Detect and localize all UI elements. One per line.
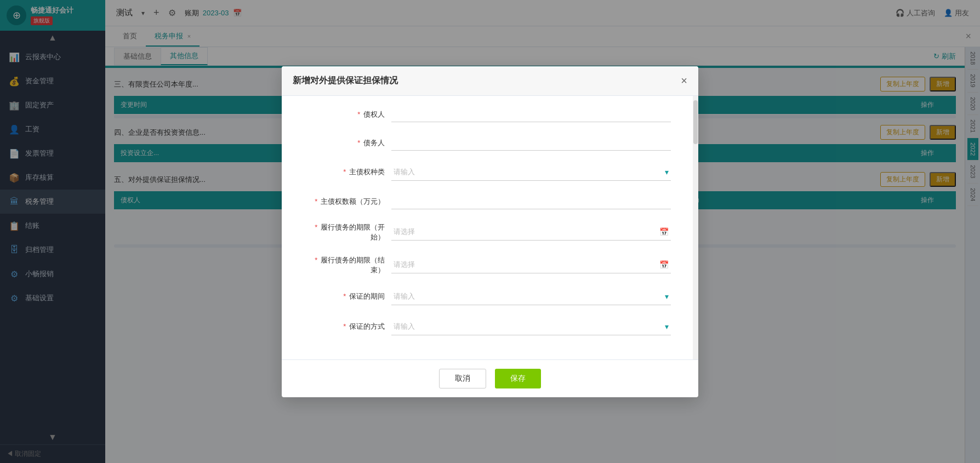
date-placeholder-start: 请选择 [394, 227, 415, 237]
modal-scrollbar-thumb [693, 100, 698, 144]
form-label-zhaiwuren: * 债务人 [304, 138, 391, 148]
form-row-zhaiwuren: * 债务人 [304, 135, 671, 151]
date-placeholder-end: 请选择 [394, 260, 415, 270]
form-row-lvxing-start: * 履行债务的期限（开始） 请选择 📅 [304, 222, 671, 242]
modal-body: * 债权人 * 债务人 * 主债权种 [282, 96, 693, 359]
modal-header: 新增对外提供保证担保情况 × [282, 66, 698, 96]
select-placeholder-period: 请输入 [394, 291, 665, 301]
form-label-zhuzhaiquan-amount: * 主债权数额（万元） [304, 197, 391, 207]
chevron-down-icon-method: ▾ [665, 322, 669, 331]
form-label-zhuzhaiquan-type: * 主债权种类 [304, 167, 391, 177]
modal-close-button[interactable]: × [681, 75, 687, 86]
required-mark: * [357, 110, 360, 118]
form-row-lvxing-end: * 履行债务的期限（结束） 请选择 📅 [304, 255, 671, 275]
input-zhaiwuren[interactable] [391, 135, 671, 151]
form-row-zhuzhaiquan-amount: * 主债权数额（万元） [304, 194, 671, 209]
select-baozheng-method[interactable]: 请输入 ▾ [391, 318, 671, 335]
date-lvxing-end[interactable]: 请选择 📅 [391, 256, 671, 273]
modal-body-container: * 债权人 * 债务人 * 主债权种 [282, 96, 698, 359]
required-mark: * [343, 168, 346, 176]
form-row-baozheng-method: * 保证的方式 请输入 ▾ [304, 318, 671, 335]
modal-title: 新增对外提供保证担保情况 [293, 75, 398, 87]
modal-overlay: 新增对外提供保证担保情况 × * 债权人 * 债务人 [0, 0, 980, 463]
input-zhuzhaiquan-amount[interactable] [391, 194, 671, 209]
required-mark: * [315, 256, 317, 264]
form-label-baozheng-method: * 保证的方式 [304, 322, 391, 331]
form-label-lvxing-end: * 履行债务的期限（结束） [304, 255, 391, 275]
required-mark: * [315, 223, 317, 231]
chevron-down-icon-period: ▾ [665, 292, 669, 301]
select-zhuzhaiquan-type[interactable]: 请输入 ▾ [391, 164, 671, 181]
required-mark: * [343, 322, 346, 330]
calendar-icon-end: 📅 [659, 260, 669, 269]
form-row-zhuzhaiquan-type: * 主债权种类 请输入 ▾ [304, 164, 671, 181]
form-label-lvxing-start: * 履行债务的期限（开始） [304, 222, 391, 242]
modal-footer: 取消 保存 [282, 359, 698, 397]
cancel-button[interactable]: 取消 [439, 369, 486, 388]
calendar-icon-start: 📅 [659, 227, 669, 236]
required-mark: * [315, 197, 317, 205]
save-button[interactable]: 保存 [495, 369, 541, 388]
modal-scrollbar[interactable] [693, 96, 698, 359]
required-mark: * [343, 292, 346, 300]
form-label-baozheng-period: * 保证的期间 [304, 291, 391, 301]
date-lvxing-start[interactable]: 请选择 📅 [391, 224, 671, 241]
form-label-zhaiquanren: * 债权人 [304, 110, 391, 119]
select-baozheng-period[interactable]: 请输入 ▾ [391, 288, 671, 305]
form-row-baozheng-period: * 保证的期间 请输入 ▾ [304, 288, 671, 305]
select-placeholder-method: 请输入 [394, 322, 665, 331]
input-zhaiquanren[interactable] [391, 107, 671, 122]
chevron-down-icon: ▾ [665, 168, 669, 176]
select-placeholder: 请输入 [394, 167, 665, 177]
required-mark: * [357, 139, 360, 147]
modal-dialog: 新增对外提供保证担保情况 × * 债权人 * 债务人 [282, 66, 698, 397]
form-row-zhaiquanren: * 债权人 [304, 107, 671, 122]
